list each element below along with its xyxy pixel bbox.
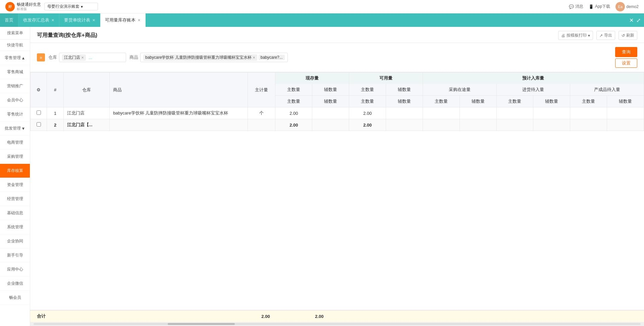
product-tags[interactable]: babycare学饮杯 儿童防摔防撞吸管杯重力球吸嘴杯宝宝水杯 ✕ babyca… xyxy=(140,53,288,62)
filter-area: » 仓库 江北门店 ✕ ... 商品 babycare学饮杯 儿童防摔防撞吸管杯… xyxy=(30,43,644,72)
sidebar-item-enterprise[interactable]: 企业协同 xyxy=(0,234,30,248)
warehouse-tags[interactable]: 江北门店 ✕ ... xyxy=(59,53,126,62)
page-actions: 🖨 按模板打印 ▾ ↗ 导出 ↺ 刷新 xyxy=(558,31,637,40)
row1-pur-main xyxy=(423,107,460,119)
sidebar-item-newguide[interactable]: 新手引导 xyxy=(0,248,30,263)
sidebar-item-inventory[interactable]: 库存核算 xyxy=(0,164,30,178)
app-download-button[interactable]: 📱 App下载 xyxy=(589,4,610,9)
sidebar-item-operations[interactable]: 经营管理 xyxy=(0,192,30,206)
arrow-icon: ▲ xyxy=(21,56,25,60)
product-filter: 商品 babycare学饮杯 儿童防摔防撞吸管杯重力球吸嘴杯宝宝水杯 ✕ bab… xyxy=(129,53,288,62)
settings-button[interactable]: 设置 xyxy=(615,58,637,68)
warehouse-more[interactable]: ... xyxy=(87,55,94,60)
sidebar-item-corpwechat[interactable]: 企业微信 xyxy=(0,277,30,291)
print-button[interactable]: 🖨 按模板打印 ▾ xyxy=(558,31,593,40)
row2-unit xyxy=(248,119,275,131)
refresh-button[interactable]: ↺ 刷新 xyxy=(619,31,637,40)
table-container: ⚙ # 仓库 商品 主计量 现存量 可用量 预计入库量 主数量 辅数量 主数量 … xyxy=(30,72,644,310)
row1-prod-aux xyxy=(607,107,644,119)
th-unit: 主计量 xyxy=(248,73,275,107)
nav-tabs: 首页 收发存汇总表 ✕ 要货单统计表 ✕ 可用量库存账本 ✕ ✕ ⤢ xyxy=(0,13,644,27)
row2-product xyxy=(110,119,248,131)
window-close-icon[interactable]: ✕ xyxy=(629,17,634,24)
th-avail-main2: 主数量 xyxy=(349,96,386,107)
th-inbound-pending: 进货待入量 xyxy=(496,84,570,96)
sidebar-search[interactable]: 搜索菜单 xyxy=(0,27,30,40)
sidebar-item-basics[interactable]: 基础信息 xyxy=(0,206,30,220)
th-available: 可用量 xyxy=(349,73,423,84)
filter-toggle-button[interactable]: » xyxy=(37,53,45,61)
sidebar-item-retail-stats[interactable]: 零售统计 xyxy=(0,107,30,122)
tab-home[interactable]: 首页 xyxy=(0,13,18,27)
row1-avail-aux xyxy=(386,107,423,119)
logo-text: 畅捷通好生意 标准版 xyxy=(17,2,41,11)
receipts-tab-close[interactable]: ✕ xyxy=(51,18,54,22)
tab-spacer xyxy=(146,13,626,27)
th-settings[interactable]: ⚙ xyxy=(31,73,47,107)
row2-current-main: 2.00 xyxy=(275,119,312,131)
th-product: 商品 xyxy=(110,73,248,107)
message-icon: 💬 xyxy=(569,4,574,9)
sidebar-item-ecommerce[interactable]: 电商管理 xyxy=(0,136,30,150)
th-planned-in: 预计入库量 xyxy=(423,73,644,84)
row2-pur-aux xyxy=(460,119,496,131)
sidebar-item-retail-mgmt[interactable]: 零售管理 ▲ xyxy=(0,51,30,65)
th-current-aux: 辅数量 xyxy=(312,84,349,96)
product-tag1-remove[interactable]: ✕ xyxy=(253,56,255,59)
sidebar-item-purchase[interactable]: 采购管理 xyxy=(0,150,30,164)
query-button[interactable]: 查询 xyxy=(615,47,637,57)
row1-inb-main xyxy=(496,107,533,119)
tab-available[interactable]: 可用量库存账本 ✕ xyxy=(100,13,146,27)
sidebar-item-wholesale[interactable]: 批发管理 ▼ xyxy=(0,122,30,136)
avatar: Ea xyxy=(615,2,625,11)
top-bar-right: 💬 消息 📱 App下载 Ea demo2 xyxy=(569,2,639,11)
sidebar-item-system[interactable]: 系统管理 xyxy=(0,220,30,234)
available-tab-close[interactable]: ✕ xyxy=(138,18,141,22)
sidebar: 搜索菜单 快捷导航 零售管理 ▲ 零售商城 营销推广 会员中心 零售统计 批发管… xyxy=(0,27,30,326)
orders-tab-close[interactable]: ✕ xyxy=(92,18,95,22)
scroll-bar-thumb[interactable] xyxy=(168,323,235,325)
th-avail-aux2: 辅数量 xyxy=(386,96,423,107)
tab-receipts[interactable]: 收发存汇总表 ✕ xyxy=(18,13,59,27)
sidebar-quick-nav[interactable]: 快捷导航 xyxy=(0,40,30,51)
row2-prod-main xyxy=(570,119,607,131)
row2-check[interactable] xyxy=(31,119,47,131)
export-button[interactable]: ↗ 导出 xyxy=(596,31,615,40)
sidebar-item-appcenter[interactable]: 应用中心 xyxy=(0,263,30,277)
th-avail-main: 主数量 xyxy=(349,84,386,96)
table-row: 1 江北门店 babycare学饮杯 儿童防摔防撞吸管杯重力球吸嘴杯宝宝水杯 个… xyxy=(31,107,644,119)
tab-orders[interactable]: 要货单统计表 ✕ xyxy=(59,13,100,27)
message-button[interactable]: 💬 消息 xyxy=(569,4,583,9)
home-tab-label: 首页 xyxy=(5,17,13,23)
row2-current-aux xyxy=(312,119,349,131)
refresh-icon: ↺ xyxy=(622,33,625,38)
data-table: ⚙ # 仓库 商品 主计量 现存量 可用量 预计入库量 主数量 辅数量 主数量 … xyxy=(30,72,644,131)
product-tag-2: babycare?... xyxy=(259,55,285,60)
page-title: 可用量查询(按仓库+商品) xyxy=(37,32,97,39)
th-warehouse: 仓库 xyxy=(63,73,109,107)
content-area: 可用量查询(按仓库+商品) 🖨 按模板打印 ▾ ↗ 导出 ↺ 刷新 xyxy=(30,27,644,326)
th-pur-main: 主数量 xyxy=(423,96,460,107)
th-prod-main: 主数量 xyxy=(570,96,607,107)
window-expand-icon[interactable]: ⤢ xyxy=(636,17,641,24)
row1-product: babycare学饮杯 儿童防摔防撞吸管杯重力球吸嘴杯宝宝水杯 xyxy=(110,107,248,119)
sidebar-item-member[interactable]: 会员中心 xyxy=(0,93,30,107)
tenant-selector[interactable]: 母婴行业演示账套 ▾ xyxy=(44,3,98,10)
print-icon: 🖨 xyxy=(561,33,565,38)
footer-avail-main: 2.00 xyxy=(306,314,333,319)
row1-pur-aux xyxy=(460,107,496,119)
sidebar-item-member2[interactable]: 畅会员 xyxy=(0,291,30,305)
row1-check[interactable] xyxy=(31,107,47,119)
sidebar-item-marketing[interactable]: 营销推广 xyxy=(0,79,30,93)
sidebar-item-retail-mall[interactable]: 零售商城 xyxy=(0,65,30,79)
row2-prod-aux xyxy=(607,119,644,131)
row2-avail-main: 2.00 xyxy=(349,119,386,131)
warehouse-tag-remove[interactable]: ✕ xyxy=(81,56,84,59)
warehouse-label: 仓库 xyxy=(48,54,57,60)
filter-actions: 查询 设置 xyxy=(615,47,637,68)
sidebar-item-finance[interactable]: 资金管理 xyxy=(0,178,30,192)
product-label: 商品 xyxy=(129,54,138,60)
user-menu[interactable]: Ea demo2 xyxy=(615,2,639,11)
page-header: 可用量查询(按仓库+商品) 🖨 按模板打印 ▾ ↗ 导出 ↺ 刷新 xyxy=(30,27,644,43)
table-footer: 合计 2.00 2.00 xyxy=(30,310,644,322)
